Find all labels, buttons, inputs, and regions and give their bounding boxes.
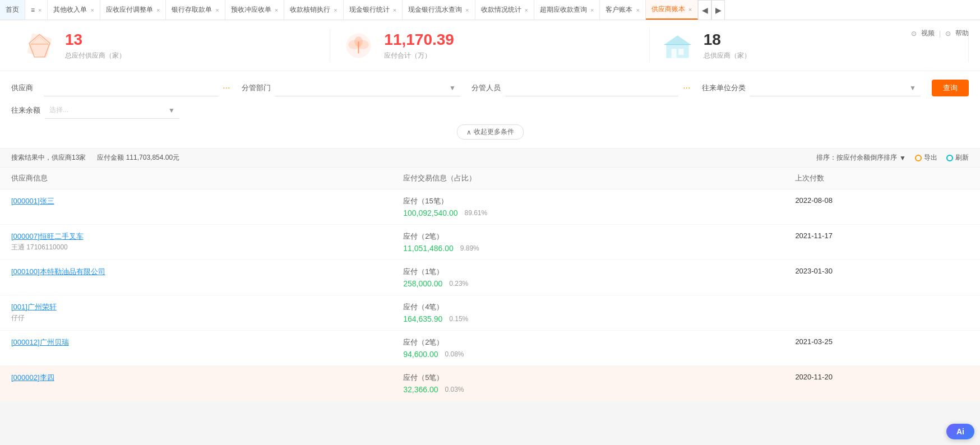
- payable-amount[interactable]: 94,600.00: [403, 350, 438, 359]
- table-row: [001]广州荣轩仔仔应付（4笔）164,635.900.15%: [0, 295, 980, 331]
- payable-info-cell: 应付（4笔）164,635.900.15%: [392, 295, 784, 331]
- payable-amount[interactable]: 11,051,486.00: [403, 244, 454, 253]
- tab-customer-account[interactable]: 客户账本 ×: [600, 0, 645, 20]
- nav-prev-button[interactable]: ◀: [698, 0, 711, 20]
- tab-supplier-account[interactable]: 供应商账本 ×: [646, 0, 698, 20]
- supplier-info-cell: [000002]李四: [0, 366, 392, 401]
- supplier-link[interactable]: [000002]李四: [11, 373, 54, 382]
- supplier-link[interactable]: [000007]恒旺二手叉车: [11, 232, 84, 240]
- tab-bank-deposit-label: 银行存取款单: [172, 5, 212, 15]
- supplier-link[interactable]: [000012]广州贝瑞: [11, 338, 69, 346]
- payable-amount[interactable]: 100,092,540.00: [403, 208, 457, 217]
- filter-dept: 分管部门 ▼: [242, 80, 461, 96]
- tab-bank-deposit-close[interactable]: ×: [215, 7, 219, 13]
- tab-home[interactable]: 首页: [0, 0, 25, 20]
- table-row: [000001]张三应付（15笔）100,092,540.0089.61%202…: [0, 189, 980, 225]
- person-dots-icon[interactable]: ···: [683, 83, 690, 93]
- tab-t3-close[interactable]: ×: [38, 7, 41, 13]
- query-button[interactable]: 查询: [932, 80, 969, 96]
- summary-card-payable-total: 11,170.39 应付合计（万）: [330, 29, 649, 62]
- supplier-label: 供应商: [11, 83, 39, 93]
- dept-select[interactable]: ▼: [275, 80, 461, 96]
- tab-customer-account-close[interactable]: ×: [636, 7, 639, 13]
- last-pay-cell: 2020-11-20: [784, 366, 980, 401]
- tab-collect-stat-close[interactable]: ×: [525, 7, 528, 13]
- tab-other-income-close[interactable]: ×: [90, 7, 94, 13]
- supplier-link[interactable]: [001]广州荣轩: [11, 303, 57, 311]
- payable-amount[interactable]: 258,000.00: [403, 279, 442, 288]
- payable-amount[interactable]: 164,635.90: [403, 314, 442, 323]
- person-input[interactable]: [505, 80, 678, 96]
- category-select[interactable]: ▼: [750, 80, 921, 96]
- tab-overdue-collect[interactable]: 超期应收款查询 ×: [534, 0, 600, 20]
- tab-t3[interactable]: ≡ ×: [25, 0, 48, 20]
- tab-advance-collect-label: 预收冲应收单: [231, 5, 271, 15]
- tab-collect-stat-label: 收款情况统计: [481, 5, 521, 15]
- help-link[interactable]: 帮助: [955, 29, 969, 38]
- payable-percent: 0.03%: [445, 386, 464, 393]
- tab-advance-collect[interactable]: 预收冲应收单 ×: [225, 0, 284, 20]
- last-pay-cell: [784, 295, 980, 331]
- tab-cash-bank-stat-close[interactable]: ×: [393, 7, 396, 13]
- card2-info: 11,170.39 应付合计（万）: [384, 30, 454, 61]
- card1-number: 13: [65, 30, 126, 49]
- supplier-input[interactable]: [44, 80, 218, 96]
- sort-dropdown[interactable]: 排序：按应付余额倒序排序 ▼: [816, 153, 906, 163]
- tab-collect-stat[interactable]: 收款情况统计 ×: [475, 0, 534, 20]
- filter-section: 供应商 ··· 分管部门 ▼ 分管人员 ··· 往来单位分类 ▼ 查询: [0, 71, 980, 149]
- tab-collect-exec[interactable]: 收款核销执行 ×: [284, 0, 343, 20]
- tab-supplier-account-close[interactable]: ×: [688, 6, 692, 13]
- supplier-link[interactable]: [000100]本特勒油品有限公司: [11, 267, 105, 276]
- summary-card-payable-suppliers: 13 总应付供应商（家）: [11, 29, 330, 62]
- tab-cash-bank-flow[interactable]: 现金银行流水查询 ×: [403, 0, 475, 20]
- col-supplier-info: 供应商信息: [0, 168, 392, 189]
- tab-cash-bank-stat[interactable]: 现金银行统计 ×: [344, 0, 403, 20]
- top-right-links: ⊙ 视频 | ⊙ 帮助: [911, 29, 969, 38]
- svg-marker-12: [664, 35, 691, 44]
- tab-advance-collect-close[interactable]: ×: [275, 7, 278, 13]
- store-icon: [661, 29, 695, 62]
- tab-bank-deposit[interactable]: 银行存取款单 ×: [166, 0, 225, 20]
- top-navigation: 首页 ≡ × 其他收入单 × 应收应付调整单 × 银行存取款单 × 预收冲应收单…: [0, 0, 980, 20]
- export-button[interactable]: 导出: [915, 153, 937, 163]
- result-bar: 搜索结果中，供应商13家 应付金额 111,703,854.00元 排序：按应付…: [0, 149, 980, 168]
- dept-label: 分管部门: [242, 83, 271, 93]
- balance-select[interactable]: 选择... ▼: [45, 102, 179, 119]
- supplier-link[interactable]: [000001]张三: [11, 197, 54, 205]
- card2-label: 应付合计（万）: [384, 51, 454, 61]
- payable-info-cell: 应付（15笔）100,092,540.0089.61%: [392, 189, 784, 225]
- collapse-row: ∧ 收起更多条件: [11, 124, 969, 140]
- payable-amount[interactable]: 32,366.00: [403, 385, 438, 394]
- video-link[interactable]: 视频: [921, 29, 935, 38]
- export-icon: [915, 155, 922, 161]
- tab-ap-adjust[interactable]: 应收应付调整单 ×: [100, 0, 166, 20]
- amount-info: 应付金额 111,703,854.00元: [97, 153, 179, 163]
- payable-info-cell: 应付（1笔）258,000.000.23%: [392, 260, 784, 295]
- tab-ap-adjust-close[interactable]: ×: [156, 7, 160, 13]
- collapse-button[interactable]: ∧ 收起更多条件: [457, 124, 524, 140]
- filter-person: 分管人员 ···: [471, 80, 691, 96]
- result-actions: 排序：按应付余额倒序排序 ▼ 导出 刷新: [816, 153, 969, 163]
- supplier-dots-icon[interactable]: ···: [223, 83, 230, 93]
- tab-cash-bank-flow-close[interactable]: ×: [465, 7, 469, 13]
- svg-rect-11: [666, 44, 688, 58]
- tab-other-income[interactable]: 其他收入单 ×: [48, 0, 100, 20]
- refresh-button[interactable]: 刷新: [946, 153, 969, 163]
- summary-bar: 13 总应付供应商（家） 11,170.39 应付合计（万）: [0, 20, 980, 71]
- supplier-info-cell: [000001]张三: [0, 189, 392, 225]
- nav-next-button[interactable]: ▶: [711, 0, 725, 20]
- supplier-count-info: 搜索结果中，供应商13家: [11, 153, 86, 163]
- payable-label: 应付（2笔）: [403, 337, 773, 347]
- balance-chevron-icon: ▼: [168, 106, 175, 114]
- table-row: [000007]恒旺二手叉车王通 17106110000应付（2笔）11,051…: [0, 225, 980, 260]
- payable-percent: 0.23%: [449, 280, 468, 288]
- video-icon: ⊙: [911, 30, 917, 38]
- tab-collect-exec-close[interactable]: ×: [334, 7, 337, 13]
- tab-customer-account-label: 客户账本: [605, 5, 632, 15]
- card1-info: 13 总应付供应商（家）: [65, 30, 126, 61]
- refresh-label: 刷新: [955, 153, 969, 163]
- tab-overdue-collect-label: 超期应收款查询: [540, 5, 587, 15]
- divider: |: [939, 30, 941, 38]
- tab-overdue-collect-close[interactable]: ×: [590, 7, 594, 13]
- table-row: [000012]广州贝瑞应付（2笔）94,600.000.08%2021-03-…: [0, 331, 980, 366]
